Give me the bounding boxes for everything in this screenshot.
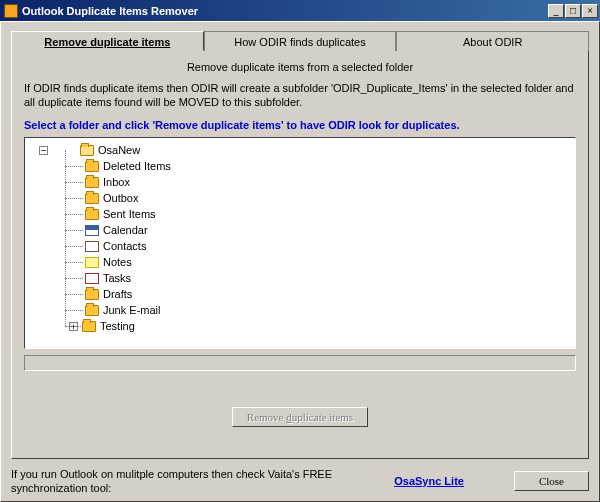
tree-item-label: Inbox — [103, 176, 130, 188]
footer-text: If you run Outlook on mulitple computers… — [11, 467, 344, 495]
tree-item-label: Tasks — [103, 272, 131, 284]
maximize-button[interactable]: □ — [565, 4, 581, 18]
app-icon — [4, 4, 18, 18]
tabstrip: Remove duplicate items How ODIR finds du… — [11, 31, 589, 51]
tree-item-label: Calendar — [103, 224, 148, 236]
tree-item-label: Drafts — [103, 288, 132, 300]
tree-item[interactable]: Inbox — [85, 174, 569, 190]
tree-item[interactable]: Tasks — [85, 270, 569, 286]
tab-label: bout ODIR — [470, 36, 522, 48]
remove-duplicate-items-button[interactable]: Remove duplicate items — [232, 407, 368, 427]
tab-remove-duplicates[interactable]: Remove duplicate items — [11, 31, 204, 51]
contacts-icon — [85, 241, 99, 252]
button-label: Remove duplicate items — [247, 411, 353, 423]
tab-panel: Remove duplicate items from a selected f… — [11, 50, 589, 459]
folder-icon — [85, 177, 99, 188]
folder-icon — [82, 321, 96, 332]
tree-item-label: Deleted Items — [103, 160, 171, 172]
tab-label: ow ODIR finds duplicates — [242, 36, 366, 48]
tree-item-label: Sent Items — [103, 208, 156, 220]
minimize-button[interactable]: _ — [548, 4, 564, 18]
panel-instruction: Select a folder and click 'Remove duplic… — [24, 119, 576, 131]
footer-bar: If you run Outlook on mulitple computers… — [11, 467, 589, 495]
notes-icon — [85, 257, 99, 268]
tree-item-label: Contacts — [103, 240, 146, 252]
tree-item-label: Notes — [103, 256, 132, 268]
tree-root-label: OsaNew — [98, 144, 140, 156]
tree-item[interactable]: +Testing — [85, 318, 569, 334]
tree-item-label: Outbox — [103, 192, 138, 204]
close-button[interactable]: Close — [514, 471, 589, 491]
collapse-icon[interactable]: − — [39, 146, 48, 155]
tab-hotkey: H — [234, 36, 242, 48]
tree-item[interactable]: Junk E-mail — [85, 302, 569, 318]
folder-icon — [85, 193, 99, 204]
folder-icon — [85, 289, 99, 300]
progress-bar — [24, 355, 576, 371]
tree-root[interactable]: − OsaNew — [39, 142, 569, 158]
tree-item[interactable]: Calendar — [85, 222, 569, 238]
expand-icon[interactable]: + — [69, 322, 78, 331]
tree-item[interactable]: Contacts — [85, 238, 569, 254]
folder-tree[interactable]: − OsaNew Deleted ItemsInboxOutboxSent It… — [24, 137, 576, 349]
tab-about-odir[interactable]: About ODIR — [396, 31, 589, 51]
folder-icon — [85, 209, 99, 220]
client-area: Remove duplicate items How ODIR finds du… — [0, 21, 600, 502]
tree-item-label: Junk E-mail — [103, 304, 160, 316]
folder-icon — [85, 305, 99, 316]
window-close-button[interactable]: × — [582, 4, 598, 18]
window-titlebar: Outlook Duplicate Items Remover _ □ × — [0, 0, 600, 21]
tree-item[interactable]: Deleted Items — [85, 158, 569, 174]
tree-item-label: Testing — [100, 320, 135, 332]
calendar-icon — [85, 225, 99, 236]
tab-how-odir-finds[interactable]: How ODIR finds duplicates — [204, 31, 397, 51]
panel-subtitle: Remove duplicate items from a selected f… — [24, 61, 576, 73]
tree-item[interactable]: Notes — [85, 254, 569, 270]
window-title: Outlook Duplicate Items Remover — [22, 5, 548, 17]
panel-help: If ODIR finds duplicate items then ODIR … — [24, 81, 576, 109]
tree-item[interactable]: Outbox — [85, 190, 569, 206]
tab-hotkey: A — [463, 36, 470, 48]
osasync-lite-link[interactable]: OsaSync Lite — [364, 475, 494, 487]
tree-item[interactable]: Drafts — [85, 286, 569, 302]
tab-label: Remove duplicate items — [44, 36, 170, 48]
tasks-icon — [85, 273, 99, 284]
folder-icon — [85, 161, 99, 172]
tree-item[interactable]: Sent Items — [85, 206, 569, 222]
folder-open-icon — [80, 145, 94, 156]
